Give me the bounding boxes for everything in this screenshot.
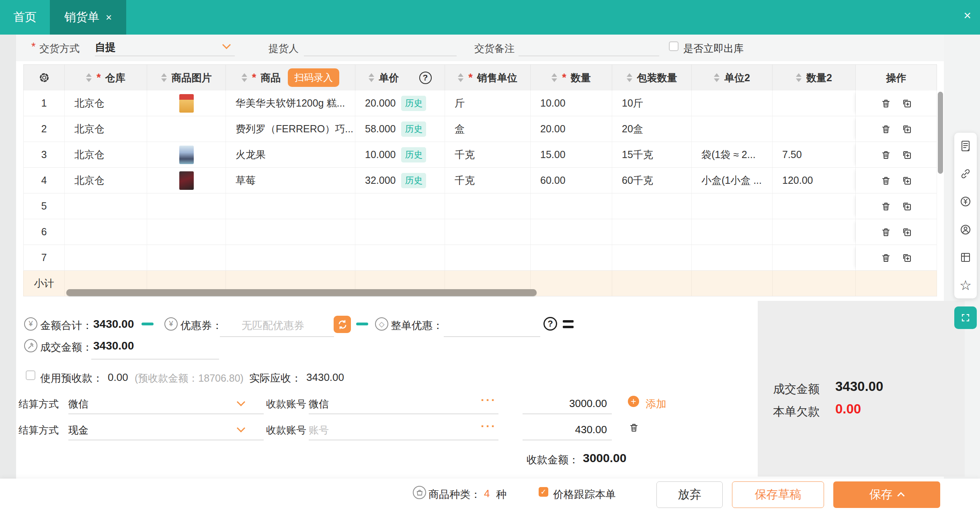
price-cell[interactable] <box>355 193 445 219</box>
copy-row-icon[interactable] <box>901 123 913 135</box>
fullscreen-expand-button[interactable] <box>954 306 977 329</box>
deal-amount-value[interactable]: 3430.00 <box>93 339 134 352</box>
warehouse-cell[interactable] <box>65 193 147 219</box>
sort-icon[interactable] <box>552 73 557 82</box>
link-icon[interactable] <box>959 167 972 181</box>
product-image-cell[interactable] <box>147 90 226 116</box>
copy-row-icon[interactable] <box>901 149 913 161</box>
sort-icon[interactable] <box>458 73 463 82</box>
sort-icon[interactable] <box>242 73 247 82</box>
history-badge[interactable]: 历史 <box>401 173 426 188</box>
package-quantity-cell[interactable]: 20盒 <box>612 116 692 142</box>
delete-row-icon[interactable] <box>880 200 892 212</box>
window-close-icon[interactable]: × <box>964 9 971 22</box>
immediate-outbound-checkbox[interactable] <box>669 41 679 51</box>
help-icon[interactable]: ? <box>419 72 432 84</box>
unit2-cell[interactable] <box>692 245 773 270</box>
history-badge[interactable]: 历史 <box>401 121 426 137</box>
history-badge[interactable]: 历史 <box>401 96 426 111</box>
column-settings-cell[interactable] <box>24 65 65 90</box>
payment-amount-input[interactable]: 3000.00 <box>523 397 607 410</box>
product-image-cell[interactable] <box>147 245 226 270</box>
product-image-cell[interactable] <box>147 168 226 193</box>
delete-row-icon[interactable] <box>880 252 892 264</box>
package-quantity-cell[interactable]: 10斤 <box>612 90 692 116</box>
save-draft-button[interactable]: 保存草稿 <box>732 481 824 508</box>
header-package-quantity[interactable]: 包装数量 <box>612 65 692 90</box>
price-cell[interactable]: 32.000历史 <box>355 168 445 193</box>
contact-icon[interactable] <box>959 223 972 236</box>
quantity-cell[interactable]: 60.00 <box>531 168 612 193</box>
unit2-cell[interactable] <box>692 193 773 219</box>
quantity2-cell[interactable]: 120.00 <box>773 168 856 193</box>
coupon-select[interactable]: 无匹配优惠券 <box>242 319 304 333</box>
warehouse-cell[interactable]: 北京仓 <box>65 168 147 193</box>
product-image-cell[interactable] <box>147 193 226 219</box>
table-vertical-scrollbar[interactable] <box>938 92 943 174</box>
use-prepaid-checkbox[interactable] <box>26 370 35 380</box>
add-payment-icon[interactable]: + <box>628 396 639 407</box>
settlement-method-select[interactable]: 现金 <box>68 424 88 437</box>
product-cell[interactable]: 华美华夫软饼1200g 糕... <box>226 90 355 116</box>
sort-icon[interactable] <box>369 73 374 82</box>
product-cell[interactable]: 火龙果 <box>226 142 355 167</box>
sort-icon[interactable] <box>161 73 167 82</box>
discount-help-icon[interactable]: ? <box>543 317 557 331</box>
warehouse-cell[interactable] <box>65 245 147 270</box>
copy-row-icon[interactable] <box>901 200 913 212</box>
sales-unit-cell[interactable] <box>445 193 531 219</box>
header-quantity2[interactable]: 数量2 <box>773 65 856 90</box>
scan-entry-button[interactable]: 扫码录入 <box>288 68 339 87</box>
receipt-icon[interactable] <box>959 139 972 153</box>
more-options-icon[interactable]: ··· <box>481 419 496 433</box>
sales-unit-cell[interactable]: 千克 <box>445 168 531 193</box>
quantity2-cell[interactable] <box>773 116 856 142</box>
table-horizontal-scrollbar[interactable] <box>66 289 537 296</box>
copy-row-icon[interactable] <box>901 226 913 238</box>
discard-button[interactable]: 放弃 <box>656 481 723 508</box>
picker-input[interactable] <box>304 56 457 56</box>
more-options-icon[interactable]: ··· <box>481 393 496 407</box>
delete-row-icon[interactable] <box>880 97 892 109</box>
favorite-star-icon[interactable]: ☆ <box>959 278 972 292</box>
header-warehouse[interactable]: *仓库 <box>65 65 147 90</box>
header-quantity[interactable]: *数量 <box>531 65 612 90</box>
quantity2-cell[interactable] <box>773 90 856 116</box>
product-cell[interactable] <box>226 245 355 270</box>
order-discount-input[interactable] <box>444 336 540 337</box>
price-cell[interactable]: 10.000历史 <box>355 142 445 167</box>
quantity-cell[interactable] <box>531 193 612 219</box>
tab-sales-order[interactable]: 销货单 × <box>50 0 126 35</box>
price-cell[interactable] <box>355 245 445 270</box>
sort-icon[interactable] <box>796 73 802 82</box>
delete-payment-button[interactable] <box>628 421 640 435</box>
package-quantity-cell[interactable]: 15千克 <box>612 142 692 167</box>
receive-account-select[interactable]: 微信 <box>309 397 329 411</box>
quantity2-cell[interactable] <box>773 245 856 270</box>
tab-close-icon[interactable]: × <box>106 11 112 24</box>
price-cell[interactable]: 20.000历史 <box>355 90 445 116</box>
warehouse-cell[interactable]: 北京仓 <box>65 90 147 116</box>
price-cell[interactable] <box>355 219 445 245</box>
package-quantity-cell[interactable] <box>612 245 692 270</box>
warehouse-cell[interactable]: 北京仓 <box>65 116 147 142</box>
copy-row-icon[interactable] <box>901 252 913 264</box>
coupon-icon[interactable] <box>959 195 972 208</box>
quantity2-cell[interactable] <box>773 219 856 245</box>
save-button[interactable]: 保存 <box>833 481 940 508</box>
product-cell[interactable]: 费列罗（FERRERO）巧... <box>226 116 355 142</box>
product-image-cell[interactable] <box>147 219 226 245</box>
unit2-cell[interactable]: 小盒(1小盒 ... <box>692 168 773 193</box>
header-unit2[interactable]: 单位2 <box>692 65 773 90</box>
sales-unit-cell[interactable] <box>445 219 531 245</box>
delete-row-icon[interactable] <box>880 175 892 187</box>
delivery-method-select[interactable]: 自提 <box>95 40 116 54</box>
sort-icon[interactable] <box>714 73 720 82</box>
product-cell[interactable]: 草莓 <box>226 168 355 193</box>
header-product[interactable]: *商品扫码录入 <box>226 65 355 90</box>
product-cell[interactable] <box>226 193 355 219</box>
product-cell[interactable] <box>226 219 355 245</box>
quantity2-cell[interactable]: 7.50 <box>773 142 856 167</box>
price-cell[interactable]: 58.000历史 <box>355 116 445 142</box>
package-quantity-cell[interactable] <box>612 219 692 245</box>
